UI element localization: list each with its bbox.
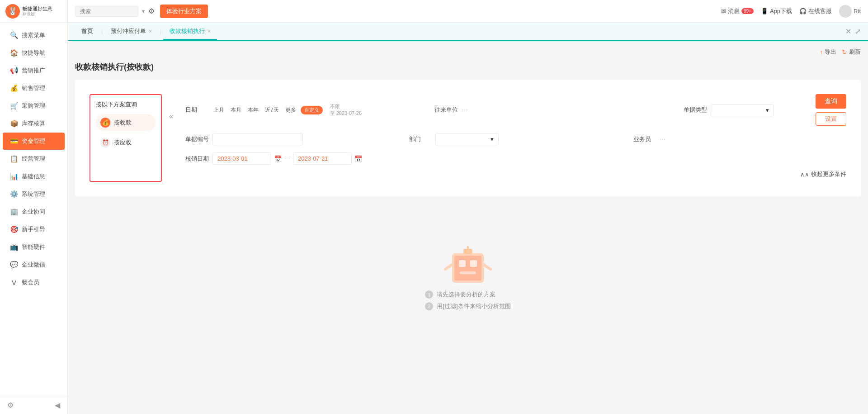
date-custom-badge[interactable]: 自定义 bbox=[301, 106, 323, 114]
sidebar-item-inventory[interactable]: 📦 库存核算 bbox=[3, 115, 65, 132]
date-last-month[interactable]: 上月 bbox=[212, 105, 226, 115]
sidebar-item-base-info[interactable]: 📊 基础信息 bbox=[3, 168, 65, 185]
sidebar-item-enterprise[interactable]: 🏢 企业协同 bbox=[3, 203, 65, 220]
export-button[interactable]: ↑ 导出 bbox=[820, 48, 836, 56]
sidebar-item-operation[interactable]: 📋 经营管理 bbox=[3, 150, 65, 167]
topbar-app-download[interactable]: 📱 App下载 bbox=[761, 7, 792, 15]
sidebar-item-member[interactable]: V 畅会员 bbox=[3, 274, 65, 291]
sidebar-label-capital: 资金管理 bbox=[22, 137, 45, 145]
tab-collection-close-icon[interactable]: × bbox=[208, 29, 210, 34]
sidebar-label-search-menu: 搜索菜单 bbox=[22, 31, 45, 39]
filter-option-receipt[interactable]: 💰 按收款 bbox=[96, 114, 156, 131]
filter-docno-field: 单据编号 bbox=[185, 133, 398, 145]
date-this-month[interactable]: 本月 bbox=[229, 105, 243, 115]
tabbar: 首页 | 预付冲应付单 × | 收款核销执行 × ✕ ⤢ bbox=[68, 23, 868, 41]
sidebar-item-sales[interactable]: 💰 销售管理 bbox=[3, 80, 65, 97]
collapse-sidebar-icon[interactable]: ◀ bbox=[55, 401, 60, 409]
sidebar-item-purchase[interactable]: 🛒 采购管理 bbox=[3, 97, 65, 114]
collapse-more-button[interactable]: ∧∧ 收起更多条件 bbox=[185, 167, 846, 182]
svg-rect-3 bbox=[470, 260, 477, 267]
svg-line-8 bbox=[484, 265, 491, 269]
filter-fields: 日期 上月 本月 本年 近7天 更多 自定义 bbox=[185, 94, 846, 182]
query-button[interactable]: 查询 bbox=[816, 94, 846, 109]
verify-end-input[interactable] bbox=[293, 152, 352, 165]
sidebar-item-search-menu[interactable]: 🔍 搜索菜单 bbox=[3, 27, 65, 44]
sidebar-label-weixin: 企业微信 bbox=[22, 261, 45, 269]
date-this-year[interactable]: 本年 bbox=[246, 105, 260, 115]
dept-select[interactable]: ▾ bbox=[435, 133, 499, 145]
verify-date-range: 📅 — 📅 bbox=[212, 152, 362, 165]
filter-doctype-field: 单据类型 ▾ bbox=[684, 104, 801, 116]
topbar-gear-icon[interactable]: ⚙ bbox=[148, 7, 155, 15]
sidebar-item-hardware[interactable]: 📺 智能硬件 bbox=[3, 238, 65, 256]
receivable-icon: ⏰ bbox=[100, 138, 110, 148]
logo-icon: 🐰 bbox=[5, 4, 20, 19]
sidebar-icon-hardware: 📺 bbox=[10, 243, 18, 251]
sidebar-item-capital[interactable]: 💳 资金管理 bbox=[3, 133, 65, 150]
sidebar-icon-guide: 🎯 bbox=[10, 225, 18, 233]
topbar-search-area: ▾ ⚙ bbox=[75, 6, 155, 17]
sidebar-item-marketing[interactable]: 📢 营销推广 bbox=[3, 62, 65, 79]
sidebar-icon-purchase: 🛒 bbox=[10, 102, 18, 110]
doctype-select-arrow: ▾ bbox=[766, 107, 769, 114]
verify-date-label: 核销日期 bbox=[185, 155, 209, 163]
sidebar-icon-inventory: 📦 bbox=[10, 119, 18, 128]
tab-close-all-icon[interactable]: ✕ bbox=[845, 27, 851, 36]
refresh-icon: ↻ bbox=[842, 48, 847, 56]
svg-line-7 bbox=[445, 265, 452, 269]
sidebar-item-sys-mgmt[interactable]: ⚙️ 系统管理 bbox=[3, 186, 65, 203]
tab-prepay-close-icon[interactable]: × bbox=[149, 29, 151, 34]
tab-home[interactable]: 首页 bbox=[75, 24, 99, 40]
sidebar-icon-enterprise: 🏢 bbox=[10, 208, 18, 216]
verify-start-input[interactable] bbox=[212, 152, 271, 165]
doctype-select[interactable]: ▾ bbox=[711, 104, 774, 116]
date-more[interactable]: 更多 bbox=[283, 105, 298, 115]
sidebar-label-sys-mgmt: 系统管理 bbox=[22, 190, 45, 198]
tab-divider-1: | bbox=[101, 28, 103, 35]
sidebar-item-quick-nav[interactable]: 🏠 快捷导航 bbox=[3, 44, 65, 62]
sidebar-menu: 🔍 搜索菜单 🏠 快捷导航 📢 营销推广 💰 销售管理 🛒 采购管理 📦 库存核… bbox=[0, 23, 67, 396]
tab-prepay-label: 预付冲应付单 bbox=[111, 27, 146, 35]
tab-prepay[interactable]: 预付冲应付单 × bbox=[104, 24, 158, 40]
tab-collection[interactable]: 收款核销执行 × bbox=[163, 24, 217, 40]
empty-hint-2: 2 用[过滤]条件来缩小分析范围 bbox=[425, 302, 510, 310]
doctype-label: 单据类型 bbox=[684, 106, 707, 114]
refresh-button[interactable]: ↻ 刷新 bbox=[842, 48, 861, 56]
date-unlimited: 不限 至 2023-07-26 bbox=[330, 103, 362, 117]
filter-row-1: 日期 上月 本月 本年 近7天 更多 自定义 bbox=[185, 94, 846, 126]
topbar-search-input[interactable] bbox=[75, 6, 138, 17]
docno-input[interactable] bbox=[212, 133, 303, 145]
tab-collection-label: 收款核销执行 bbox=[170, 27, 205, 35]
settings-footer-icon[interactable]: ⚙ bbox=[7, 401, 14, 409]
phone-icon: 📱 bbox=[761, 8, 768, 14]
app-logo: 🐰 畅捷通好生意 标准版 bbox=[0, 0, 67, 23]
topbar-customer-service[interactable]: 🎧 在线客服 bbox=[799, 7, 832, 15]
tab-divider-2: | bbox=[160, 28, 161, 35]
verify-start-calendar-icon[interactable]: 📅 bbox=[274, 155, 282, 162]
staff-label: 业务员 bbox=[633, 135, 656, 143]
sidebar-icon-marketing: 📢 bbox=[10, 67, 18, 75]
filter-receipt-label: 按收款 bbox=[114, 119, 132, 127]
filter-verify-date-field: 核销日期 📅 — 📅 bbox=[185, 152, 846, 165]
empty-state: 1 请先选择要分析的方案 2 用[过滤]条件来缩小分析范围 bbox=[75, 204, 861, 347]
filter-option-receivable[interactable]: ⏰ 按应收 bbox=[96, 134, 156, 151]
sidebar-item-weixin[interactable]: 💬 企业微信 bbox=[3, 256, 65, 273]
verify-end-calendar-icon[interactable]: 📅 bbox=[354, 155, 362, 162]
partner-label: 往来单位 bbox=[434, 106, 458, 114]
topbar-user[interactable]: Rit bbox=[839, 5, 861, 18]
dept-select-arrow: ▾ bbox=[491, 136, 494, 143]
sidebar-item-guide[interactable]: 🎯 新手引导 bbox=[3, 221, 65, 238]
page-title: 收款核销执行(按收款) bbox=[75, 62, 861, 72]
tab-expand-icon[interactable]: ⤢ bbox=[855, 27, 861, 36]
staff-dots: ··· bbox=[660, 135, 665, 143]
sidebar-label-member: 畅会员 bbox=[22, 278, 39, 286]
date-7days[interactable]: 近7天 bbox=[263, 105, 281, 115]
topbar-chevron-icon[interactable]: ▾ bbox=[142, 8, 145, 14]
industry-solution-button[interactable]: 体验行业方案 bbox=[160, 5, 208, 18]
settings-button[interactable]: 设置 bbox=[816, 112, 846, 126]
filter-collapse-button[interactable]: « bbox=[169, 112, 178, 120]
svg-rect-1 bbox=[454, 256, 481, 281]
topbar-message[interactable]: ✉ 消息 99+ bbox=[721, 7, 754, 15]
date-label: 日期 bbox=[185, 106, 208, 114]
filter-action-buttons: 查询 设置 bbox=[816, 94, 846, 126]
